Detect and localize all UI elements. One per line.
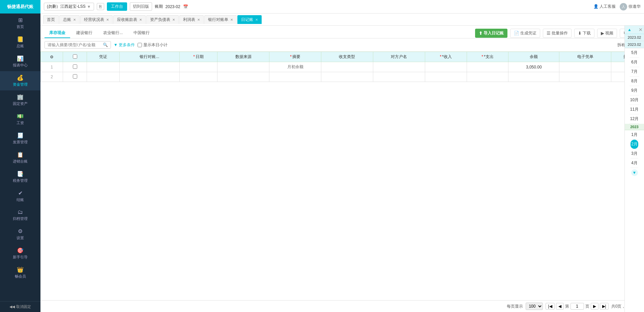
date-panel-month-4月[interactable]: 4月 <box>631 159 638 168</box>
first-page-button[interactable]: |◀ <box>546 303 554 310</box>
sidebar-item-总账[interactable]: 📒总账 <box>0 33 40 52</box>
sidebar-icon: 🏢 <box>17 94 24 100</box>
video-button[interactable]: ▶视频 <box>597 29 617 38</box>
customer-service[interactable]: 👤 人工客服 <box>593 4 616 9</box>
search-input[interactable] <box>48 42 101 47</box>
sidebar-item-进销台账[interactable]: 📋进销台账 <box>0 148 40 167</box>
sidebar-item-资金管理[interactable]: 💰资金管理 <box>0 71 40 90</box>
sub-tab-农业银行...[interactable]: 农业银行... <box>98 28 127 38</box>
row-checkbox[interactable] <box>73 74 77 79</box>
user-menu[interactable]: 人 徐逢华 <box>620 3 641 10</box>
row-date[interactable] <box>179 72 217 82</box>
voucher-button[interactable]: 📄生成凭证 <box>510 29 540 38</box>
row-summary[interactable]: 月初余额 <box>269 62 321 72</box>
page-label-before: 第 <box>565 304 569 309</box>
date-panel-month-12月[interactable]: 12月 <box>630 114 639 124</box>
sidebar-item-工资[interactable]: 💵工资 <box>0 110 40 129</box>
date-panel-month-11月[interactable]: 11月 <box>630 105 639 114</box>
sidebar-item-报表中心[interactable]: 📊报表中心 <box>0 52 40 71</box>
more-filter-button[interactable]: ▼ 更多条件 <box>114 42 135 48</box>
date-panel-up-button[interactable]: ▲ <box>626 26 633 33</box>
row-evoucher <box>559 72 611 82</box>
tab-应收账款表[interactable]: 应收账款表✕ <box>113 15 146 24</box>
date-panel-month-6月[interactable]: 6月 <box>630 58 639 67</box>
per-page-select[interactable]: 100 50 200 <box>526 303 543 310</box>
sidebar-item-label: 报表中心 <box>13 63 28 68</box>
date-panel-month-2月[interactable]: 2月 <box>631 140 638 149</box>
sub-tab-中国银行[interactable]: 中国银行 <box>129 28 154 38</box>
tab-首页[interactable]: 首页 <box>43 15 59 24</box>
download-label: 下载 <box>583 30 591 36</box>
sidebar: 畅捷通易代账 ⊞首页📒总账📊报表中心💰资金管理🏢固定资产💵工资🧾发票管理📋进销台… <box>0 0 40 312</box>
sub-tab-库存现金[interactable]: 库存现金 <box>45 28 70 38</box>
date-panel-month-8月[interactable]: 8月 <box>630 77 639 86</box>
workbench-button[interactable]: 工作台 <box>107 2 127 11</box>
row-evoucher <box>559 62 611 72</box>
row-date[interactable] <box>179 62 217 72</box>
tab-利润表[interactable]: 利润表✕ <box>179 15 204 24</box>
sidebar-item-归档管理[interactable]: 🗂归档管理 <box>0 206 40 225</box>
row-voucher <box>87 72 120 82</box>
row-income[interactable] <box>425 62 467 72</box>
tab-日记账[interactable]: 日记账✕ <box>237 15 262 24</box>
sidebar-icon: 💵 <box>17 113 24 119</box>
tab-close-icon[interactable]: ✕ <box>73 18 76 22</box>
sidebar-item-新手引导[interactable]: 🎯新手引导 <box>0 244 40 263</box>
date-panel-close-btn[interactable]: ✕ <box>639 27 643 32</box>
page-input[interactable] <box>570 303 584 310</box>
tab-经营状况表[interactable]: 经营状况表✕ <box>80 15 113 24</box>
switch-version-button[interactable]: 切到旧版 <box>130 2 152 11</box>
tab-总账[interactable]: 总账✕ <box>59 15 80 24</box>
daily-total-checkbox[interactable] <box>138 43 142 47</box>
date-panel-down-button[interactable]: ▼ <box>631 169 638 176</box>
sidebar-item-固定资产[interactable]: 🏢固定资产 <box>0 90 40 110</box>
row-income-type <box>321 62 373 72</box>
last-page-button[interactable]: ▶| <box>600 303 609 310</box>
sidebar-item-label: 发票管理 <box>13 140 28 145</box>
row-expense[interactable] <box>467 62 508 72</box>
row-expense[interactable] <box>467 72 508 82</box>
copy-button[interactable]: ⎘ <box>97 3 104 10</box>
sidebar-item-结账[interactable]: ✔结账 <box>0 187 40 206</box>
date-panel-month-3月[interactable]: 3月 <box>631 149 638 159</box>
batch-button[interactable]: ☰批量操作 <box>543 29 572 38</box>
company-selector[interactable]: (勿删）江西超宝-LSS ▼ <box>44 3 94 10</box>
filter-bar: 🔍 ▼ 更多条件 显示本日小计 拆称: 人民币 <box>40 38 644 52</box>
tab-close-icon[interactable]: ✕ <box>172 18 175 22</box>
sidebar-item-税务管理[interactable]: 📑税务管理 <box>0 167 40 187</box>
calendar-icon[interactable]: 📅 <box>183 4 188 9</box>
tab-close-icon[interactable]: ✕ <box>197 18 200 22</box>
next-page-button[interactable]: ▶ <box>591 303 598 310</box>
date-panel-month-7月[interactable]: 7月 <box>630 67 639 77</box>
sidebar-item-发票管理[interactable]: 🧾发票管理 <box>0 129 40 148</box>
date-panel-month-9月[interactable]: 9月 <box>630 86 639 95</box>
row-income[interactable] <box>425 72 467 82</box>
daily-total-checkbox-label[interactable]: 显示本日小计 <box>138 42 168 48</box>
tab-close-icon[interactable]: ✕ <box>230 18 233 22</box>
row-checkbox-cell[interactable] <box>63 62 87 72</box>
tab-资产负债表[interactable]: 资产负债表✕ <box>146 15 179 24</box>
tab-close-icon[interactable]: ✕ <box>139 18 142 22</box>
col-settings[interactable]: ⚙ <box>41 52 63 62</box>
unpin-button[interactable]: ◀◀ 取消固定 <box>0 301 40 312</box>
row-checkbox[interactable] <box>73 64 77 69</box>
sidebar-item-畅会员[interactable]: 👑畅会员 <box>0 263 40 282</box>
tab-close-icon[interactable]: ✕ <box>255 18 258 22</box>
download-button[interactable]: ⬇下载 <box>574 29 594 38</box>
import-button[interactable]: ⬆导入日记账 <box>475 29 507 38</box>
sidebar-item-设置[interactable]: ⚙设置 <box>0 225 40 244</box>
prev-page-button[interactable]: ◀ <box>556 303 564 310</box>
tab-close-icon[interactable]: ✕ <box>106 18 109 22</box>
row-summary[interactable] <box>269 72 321 82</box>
settings-icon[interactable]: ⚙ <box>50 55 54 59</box>
row-checkbox-cell[interactable] <box>63 72 87 82</box>
search-box[interactable]: 🔍 <box>45 41 111 49</box>
tab-银行对账单[interactable]: 银行对账单✕ <box>204 15 237 24</box>
date-panel-month-10月[interactable]: 10月 <box>630 95 639 105</box>
date-panel-month-5月[interactable]: 5月 <box>630 48 639 58</box>
date-panel-month-1月[interactable]: 1月 <box>631 130 638 140</box>
select-all-checkbox[interactable] <box>73 54 77 59</box>
sub-tab-建设银行[interactable]: 建设银行 <box>71 28 97 38</box>
col-checkbox[interactable] <box>63 52 87 62</box>
sidebar-item-首页[interactable]: ⊞首页 <box>0 13 40 33</box>
